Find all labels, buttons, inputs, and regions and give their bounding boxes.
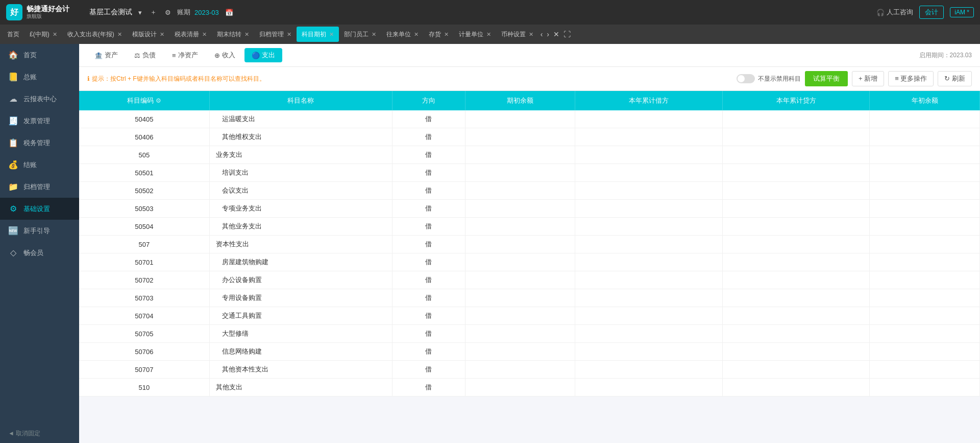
cell-ytd-credit: [722, 379, 869, 397]
table-row[interactable]: 50405 运温暖支出 借: [79, 110, 980, 128]
tab-archive[interactable]: 归档管理 ✕: [254, 27, 297, 42]
table-row[interactable]: 507 资本性支出 借: [79, 236, 980, 253]
sidebar-item-home[interactable]: 🏠 首页: [0, 44, 79, 66]
cell-code: 50503: [79, 200, 209, 218]
tab-taxform[interactable]: 税表清册 ✕: [169, 27, 212, 42]
tab-close-inventory[interactable]: ✕: [444, 31, 449, 38]
add-company-button[interactable]: ＋: [148, 7, 159, 18]
cell-year-opening: [870, 271, 980, 289]
tab-close-income[interactable]: ✕: [117, 31, 122, 38]
table-row[interactable]: 50504 其他业务支出 借: [79, 218, 980, 236]
tab-close-counterparty[interactable]: ✕: [414, 31, 419, 38]
tab-close-taxform[interactable]: ✕: [202, 31, 207, 38]
tab-income[interactable]: 收入支出表(年报) ✕: [62, 27, 127, 42]
sidebar-item-member[interactable]: ◇ 畅会员: [0, 242, 79, 264]
tab-department[interactable]: 部门员工 ✕: [339, 27, 381, 42]
col-name: 科目名称: [209, 91, 392, 110]
home-icon: 🏠: [8, 50, 18, 60]
tab-close-archive[interactable]: ✕: [287, 31, 291, 38]
tab-expand-button[interactable]: ⛶: [561, 29, 573, 39]
table-row[interactable]: 50705 大型修缮 借: [79, 325, 980, 343]
cell-ytd-debit: [575, 164, 722, 182]
toolbar: ℹ 提示：按Ctrl + F键并输入科目编码或者科目名称可以查找科目。 不显示禁…: [79, 67, 980, 91]
sidebar-item-ledger[interactable]: 📒 总账: [0, 66, 79, 88]
table-row[interactable]: 50701 房屋建筑物购建 借: [79, 253, 980, 271]
sidebar-collapse-button[interactable]: ◄ 取消固定: [0, 424, 79, 443]
table-row[interactable]: 50703 专用设备购置 借: [79, 289, 980, 307]
table-row[interactable]: 50503 专项业务支出 借: [79, 200, 980, 218]
tab-close-template[interactable]: ✕: [160, 31, 164, 38]
tab-close-subject-init[interactable]: ✕: [329, 31, 334, 38]
sidebar-item-tax[interactable]: 📋 税务管理: [0, 132, 79, 154]
sidebar: 🏠 首页 📒 总账 ☁ 云报表中心 🧾 发票管理 📋 税务管理 💰 结账 📁 归…: [0, 44, 79, 443]
cell-ytd-credit: [722, 361, 869, 379]
tab-subject-init[interactable]: 科目期初 ✕: [297, 27, 339, 42]
table-row[interactable]: 50406 其他维权支出 借: [79, 128, 980, 146]
tab-close-unit[interactable]: ✕: [486, 31, 491, 38]
table-row[interactable]: 50707 其他资本性支出 借: [79, 361, 980, 379]
tab-prev-button[interactable]: ‹: [538, 29, 545, 39]
sub-tab-income[interactable]: ⊕ 收入: [207, 48, 242, 62]
sidebar-item-checkout[interactable]: 💰 结账: [0, 154, 79, 176]
ai-consult-button[interactable]: 🎧 人工咨询: [876, 8, 913, 17]
table-row[interactable]: 50501 培训支出 借: [79, 164, 980, 182]
tab-close-interim[interactable]: ✕: [53, 31, 57, 38]
tab-home[interactable]: 首页: [2, 27, 24, 42]
cell-name: 资本性支出: [209, 236, 392, 253]
tab-period-end[interactable]: 期末结转 ✕: [212, 27, 254, 42]
tab-close-all-button[interactable]: ✕: [551, 29, 561, 39]
tab-interim[interactable]: £(中期) ✕: [24, 27, 62, 42]
refresh-icon: ↻: [944, 75, 950, 82]
table-row[interactable]: 50704 交通工具购置 借: [79, 307, 980, 325]
balance-button[interactable]: 试算平衡: [805, 71, 848, 86]
cell-year-opening: [870, 253, 980, 271]
tab-inventory[interactable]: 存货 ✕: [424, 27, 454, 42]
cell-year-opening: [870, 236, 980, 253]
tab-next-button[interactable]: ›: [545, 29, 551, 39]
table-row[interactable]: 50702 办公设备购置 借: [79, 271, 980, 289]
tab-currency[interactable]: 币种设置 ✕: [496, 27, 538, 42]
add-button[interactable]: + 新增: [852, 71, 884, 86]
sub-tab-net-asset[interactable]: ≡ 净资产: [165, 48, 205, 62]
kuaiji-button[interactable]: 会计: [919, 6, 944, 19]
tab-unit[interactable]: 计量单位 ✕: [454, 27, 496, 42]
sub-tab-liability[interactable]: ⚖ 负债: [127, 48, 163, 62]
net-asset-icon: ≡: [172, 52, 176, 59]
cell-direction: 借: [393, 379, 465, 397]
table-row[interactable]: 510 其他支出 借: [79, 379, 980, 397]
tab-template[interactable]: 模版设计 ✕: [127, 27, 169, 42]
tab-close-currency[interactable]: ✕: [529, 31, 533, 38]
column-settings-icon[interactable]: ⚙: [156, 97, 161, 104]
table-row[interactable]: 50502 会议支出 借: [79, 182, 980, 200]
sub-tab-asset[interactable]: 🏦 资产: [87, 48, 125, 62]
toggle-switch[interactable]: [737, 74, 755, 83]
more-button[interactable]: ≡ 更多操作: [888, 71, 934, 86]
cell-code: 50705: [79, 325, 209, 343]
calendar-icon[interactable]: 📅: [223, 8, 235, 17]
table-header-row: 科目编码 ⚙ 科目名称 方向 期初余额 本年累计借方 本年累计贷方 年初余额: [79, 91, 980, 110]
sidebar-item-basic-settings[interactable]: ⚙ 基础设置: [0, 198, 79, 220]
sidebar-item-archive[interactable]: 📁 归档管理: [0, 176, 79, 198]
table-row[interactable]: 50706 信息网络购建 借: [79, 343, 980, 361]
sidebar-item-invoice[interactable]: 🧾 发票管理: [0, 110, 79, 132]
tab-close-period-end[interactable]: ✕: [244, 31, 249, 38]
content-area: 🏦 资产 ⚖ 负债 ≡ 净资产 ⊕ 收入 🔵 支出 启用期间：2023.03: [79, 44, 980, 443]
settings-button[interactable]: ⚙: [163, 8, 173, 17]
tab-close-department[interactable]: ✕: [372, 31, 376, 38]
sub-tab-expense[interactable]: 🔵 支出: [244, 48, 282, 62]
cell-code: 50502: [79, 182, 209, 200]
cell-ytd-debit: [575, 361, 722, 379]
tab-counterparty[interactable]: 往来单位 ✕: [381, 27, 424, 42]
sidebar-item-cloud-report[interactable]: ☁ 云报表中心: [0, 88, 79, 110]
cell-direction: 借: [393, 289, 465, 307]
cell-code: 50704: [79, 307, 209, 325]
refresh-button[interactable]: ↻ 刷新: [938, 71, 972, 86]
sidebar-item-guide[interactable]: 🆕 新手引导: [0, 220, 79, 242]
table-row[interactable]: 505 业务支出 借: [79, 146, 980, 164]
main-layout: 🏠 首页 📒 总账 ☁ 云报表中心 🧾 发票管理 📋 税务管理 💰 结账 📁 归…: [0, 44, 980, 443]
cell-code: 50501: [79, 164, 209, 182]
cell-name: 其他资本性支出: [209, 361, 392, 379]
company-dropdown-button[interactable]: ▾: [136, 8, 144, 17]
cell-code: 50702: [79, 271, 209, 289]
cell-ytd-credit: [722, 164, 869, 182]
